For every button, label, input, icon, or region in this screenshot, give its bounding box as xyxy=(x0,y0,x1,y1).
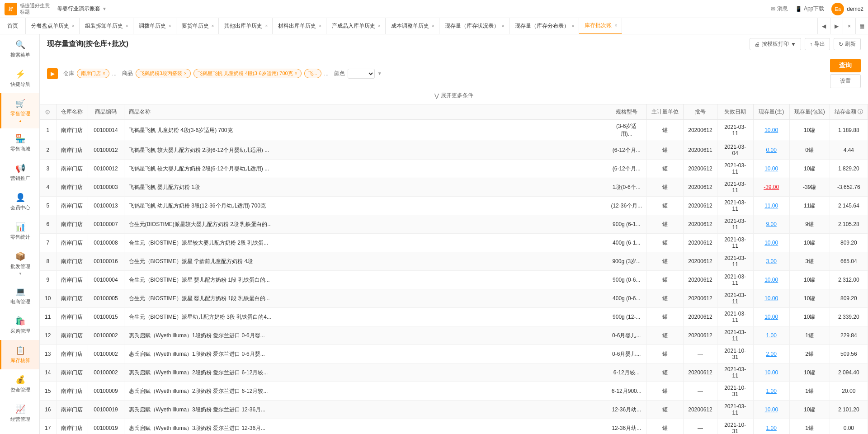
tab-10[interactable]: 库存批次账 × xyxy=(579,18,622,34)
expand-more-row[interactable]: ⋁ 展开更多条件 xyxy=(47,92,861,99)
stock-main-link[interactable]: 0.00 xyxy=(766,147,776,153)
tab-close-icon[interactable]: × xyxy=(212,24,214,28)
account-selector[interactable]: 母婴行业演示账套 ▼ xyxy=(57,5,764,13)
row-stock-main[interactable]: 10.00 xyxy=(753,160,789,178)
settings-icon[interactable]: ⚙ xyxy=(45,108,51,116)
export-button[interactable]: ↑ 导出 xyxy=(805,38,830,50)
row-stock-main[interactable]: -39.00 xyxy=(753,178,789,197)
sidebar-item-purchase[interactable]: 🛍️ 采购管理 xyxy=(0,311,39,340)
sidebar-item-operation[interactable]: 📈 经营管理 xyxy=(0,399,39,428)
row-stock-main[interactable]: 3.00 xyxy=(753,252,789,271)
row-stock-main[interactable]: 10.00 xyxy=(753,308,789,326)
sidebar-item-quicknav[interactable]: ⚡ 快捷导航 xyxy=(0,64,39,93)
sidebar-item-retail[interactable]: 🛒 零售管理 ▲ xyxy=(0,93,39,128)
row-stock-main[interactable]: 1.00 xyxy=(753,382,789,401)
stock-main-link[interactable]: 10.00 xyxy=(764,406,778,413)
tab-3[interactable]: 要货单历史 × xyxy=(176,18,219,34)
row-stock-main[interactable]: 1.00 xyxy=(753,419,789,434)
tab-8[interactable]: 现存量（库存状况表） × xyxy=(439,18,509,34)
row-warehouse: 南岸门店 xyxy=(56,234,88,252)
stock-main-link[interactable]: 1.00 xyxy=(766,388,776,394)
stock-main-link[interactable]: 10.00 xyxy=(764,369,778,376)
stock-main-link[interactable]: -39.00 xyxy=(764,184,779,190)
sidebar-item-finance[interactable]: 💰 资金管理 xyxy=(0,369,39,399)
row-stock-main[interactable]: 1.00 xyxy=(753,326,789,345)
warehouse-tag-close[interactable]: × xyxy=(103,71,105,76)
sidebar-item-retail-stats[interactable]: 📊 零售统计 xyxy=(0,217,39,246)
tab-0[interactable]: 分餐盘点单历史 × xyxy=(26,18,80,34)
tab-2[interactable]: 调拨单历史 × xyxy=(133,18,176,34)
product-tag-1[interactable]: 飞鹤奶粉3段丙搭装 × xyxy=(136,69,191,78)
stock-main-link[interactable]: 10.00 xyxy=(764,165,778,172)
stock-main-link[interactable]: 2.00 xyxy=(766,351,776,357)
product-tag-close[interactable]: × xyxy=(184,71,187,76)
tab-close-icon[interactable]: × xyxy=(319,24,321,28)
warehouse-tag[interactable]: 南岸门店 × xyxy=(77,69,109,78)
row-stock-main[interactable]: 10.00 xyxy=(753,363,789,382)
stock-main-link[interactable]: 9.00 xyxy=(766,221,776,227)
tab-close-icon[interactable]: × xyxy=(126,24,128,28)
product-filter-dots[interactable]: ... xyxy=(324,71,329,77)
tab-close-icon[interactable]: × xyxy=(502,24,505,28)
user-area[interactable]: Ea demo2 xyxy=(831,3,863,15)
row-stock-main[interactable]: 10.00 xyxy=(753,401,789,419)
message-button[interactable]: ✉ 消息 xyxy=(771,5,788,13)
refresh-button[interactable]: ↻ 刷新 xyxy=(834,38,861,50)
stock-main-link[interactable]: 10.00 xyxy=(764,277,778,283)
tab-close-icon[interactable]: × xyxy=(378,24,381,28)
tab-menu-button[interactable]: ▦ xyxy=(855,18,868,34)
filter-dots[interactable]: ... xyxy=(112,71,117,77)
row-stock-main[interactable]: 10.00 xyxy=(753,234,789,252)
stock-main-link[interactable]: 10.00 xyxy=(764,295,778,302)
tab-close-icon[interactable]: × xyxy=(614,23,617,28)
row-stock-main[interactable]: 2.00 xyxy=(753,345,789,363)
stock-main-link[interactable]: 10.00 xyxy=(764,127,778,133)
sidebar-item-retail-shop[interactable]: 🏪 零售商城 xyxy=(0,128,39,158)
tab-4[interactable]: 其他出库单历史 × xyxy=(219,18,273,34)
sidebar-item-search[interactable]: 🔍 搜索英单 xyxy=(0,34,39,64)
tab-close-icon[interactable]: × xyxy=(572,24,575,28)
sidebar-item-marketing[interactable]: 📢 营销推广 xyxy=(0,158,39,187)
tab-close-icon[interactable]: × xyxy=(432,24,434,28)
filter-expand-button[interactable]: ▶ xyxy=(47,68,58,79)
tab-6[interactable]: 产成品入库单历史 × xyxy=(326,18,386,34)
sidebar-item-ecommerce[interactable]: 💻 电商管理 xyxy=(0,281,39,311)
query-button[interactable]: 查询 xyxy=(830,59,861,72)
row-stock-main[interactable]: 10.00 xyxy=(753,289,789,308)
stock-main-link[interactable]: 10.00 xyxy=(764,314,778,320)
tab-close-icon[interactable]: × xyxy=(265,24,268,28)
row-unit: 罐 xyxy=(647,178,684,197)
stock-main-link[interactable]: 1.00 xyxy=(766,425,776,431)
sidebar-item-wholesale[interactable]: 📦 批发管理 ▼ xyxy=(0,246,39,281)
color-select[interactable] xyxy=(348,69,375,79)
tab-1[interactable]: 组装拆卸单历史 × xyxy=(80,18,133,34)
template-print-button[interactable]: 🖨 按模板打印 ▼ xyxy=(750,38,801,50)
tab-close-icon[interactable]: × xyxy=(169,24,171,28)
sidebar-item-member[interactable]: 👤 会员中心 xyxy=(0,187,39,217)
row-stock-main[interactable]: 10.00 xyxy=(753,120,789,141)
tab-7[interactable]: 成本调整单历史 × xyxy=(386,18,439,34)
sidebar-item-basic[interactable]: 📌 基础信息 xyxy=(0,428,39,434)
product-tag-close[interactable]: × xyxy=(295,71,297,76)
row-stock-main[interactable]: 9.00 xyxy=(753,215,789,234)
tab-9[interactable]: 现存量（库存分布表） × xyxy=(509,18,580,34)
tab-home[interactable]: 首页 xyxy=(0,18,26,34)
tab-5[interactable]: 材料出库单历史 × xyxy=(273,18,326,34)
stock-main-link[interactable]: 10.00 xyxy=(764,240,778,246)
tab-prev-button[interactable]: ◀ xyxy=(817,18,830,34)
tab-close-all-button[interactable]: × xyxy=(843,18,855,34)
app-download-button[interactable]: 📱 App下载 xyxy=(795,5,824,13)
stock-main-link[interactable]: 11.00 xyxy=(764,203,778,209)
tab-close-icon[interactable]: × xyxy=(72,24,75,28)
sidebar-item-inventory[interactable]: 📋 库存核算 xyxy=(0,340,39,369)
settings-button[interactable]: 设置 xyxy=(830,74,861,88)
row-stock-main[interactable]: 11.00 xyxy=(753,197,789,215)
product-tag-2[interactable]: 飞鹤星飞帆 儿童奶粉 4段(3-6岁适用) 700克 × xyxy=(193,69,302,78)
row-stock-main[interactable]: 10.00 xyxy=(753,271,789,289)
stock-main-link[interactable]: 3.00 xyxy=(766,258,776,264)
tab-next-button[interactable]: ▶ xyxy=(830,18,843,34)
stock-main-link[interactable]: 1.00 xyxy=(766,332,776,339)
row-stock-main[interactable]: 0.00 xyxy=(753,141,789,160)
sidebar-label: 零售统计 xyxy=(10,234,30,241)
product-tag-more[interactable]: 飞... xyxy=(304,69,321,78)
